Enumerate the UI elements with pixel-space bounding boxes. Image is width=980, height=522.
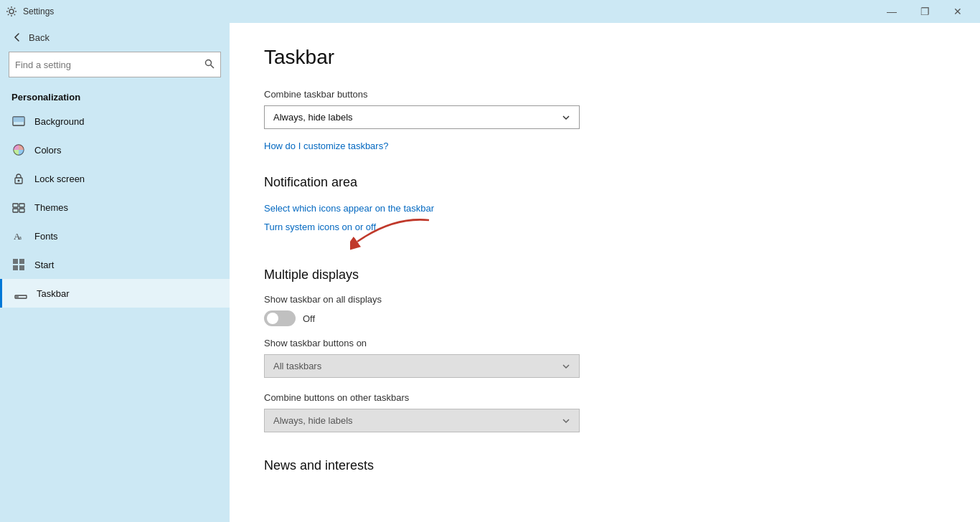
page-title: Taskbar bbox=[264, 46, 946, 69]
svg-rect-9 bbox=[19, 204, 24, 207]
combine-other-dropdown: Always, hide labels bbox=[264, 409, 580, 432]
select-icons-link[interactable]: Select which icons appear on the taskbar bbox=[264, 203, 434, 214]
svg-text:a: a bbox=[19, 234, 22, 241]
chevron-down-icon bbox=[562, 113, 570, 122]
background-icon bbox=[11, 114, 26, 128]
show-taskbar-buttons-value: All taskbars bbox=[273, 361, 321, 371]
sidebar-item-background[interactable]: Background bbox=[0, 107, 230, 136]
taskbar-label: Taskbar bbox=[37, 288, 70, 299]
svg-rect-19 bbox=[16, 296, 19, 298]
news-title: News and interests bbox=[264, 458, 946, 473]
back-icon bbox=[11, 32, 23, 43]
content-area: Taskbar Combine taskbar buttons Always, … bbox=[230, 23, 980, 522]
combine-other-value: Always, hide labels bbox=[273, 415, 353, 426]
svg-rect-17 bbox=[19, 265, 24, 270]
chevron-down-icon-2 bbox=[562, 362, 570, 371]
show-taskbar-toggle-row: Off bbox=[264, 310, 946, 326]
sidebar-item-colors[interactable]: Colors bbox=[0, 136, 230, 164]
svg-rect-4 bbox=[13, 117, 24, 122]
colors-icon bbox=[11, 143, 26, 157]
search-box bbox=[9, 52, 221, 77]
themes-icon bbox=[11, 200, 26, 214]
sidebar-item-themes[interactable]: Themes bbox=[0, 193, 230, 222]
background-label: Background bbox=[34, 116, 84, 127]
combine-value: Always, hide labels bbox=[273, 112, 353, 123]
lock-screen-label: Lock screen bbox=[34, 174, 85, 184]
colors-label: Colors bbox=[34, 145, 62, 156]
sidebar-item-start[interactable]: Start bbox=[0, 250, 230, 279]
sidebar-item-fonts[interactable]: A a Fonts bbox=[0, 222, 230, 250]
combine-label: Combine taskbar buttons bbox=[264, 89, 946, 100]
svg-point-0 bbox=[9, 9, 14, 14]
taskbar-icon bbox=[14, 286, 28, 300]
svg-rect-8 bbox=[13, 204, 18, 207]
toggle-knob bbox=[267, 313, 278, 324]
app-body: Back Personalization Background bbox=[0, 23, 980, 522]
start-label: Start bbox=[34, 260, 54, 270]
fonts-icon: A a bbox=[11, 229, 26, 243]
sidebar-item-lock-screen[interactable]: Lock screen bbox=[0, 164, 230, 193]
toggle-off-label: Off bbox=[303, 313, 315, 324]
settings-app-icon bbox=[6, 6, 17, 17]
sidebar: Back Personalization Background bbox=[0, 23, 230, 522]
combine-other-label: Combine buttons on other taskbars bbox=[264, 392, 946, 403]
back-label: Back bbox=[29, 32, 50, 43]
search-button[interactable] bbox=[199, 59, 220, 71]
svg-rect-15 bbox=[19, 259, 24, 264]
app-title: Settings bbox=[23, 6, 54, 16]
show-taskbar-toggle[interactable] bbox=[264, 310, 296, 326]
titlebar-left: Settings bbox=[6, 6, 54, 17]
search-icon bbox=[204, 59, 215, 69]
titlebar: Settings — ❐ ✕ bbox=[0, 0, 980, 23]
svg-rect-11 bbox=[19, 209, 24, 212]
window-controls: — ❐ ✕ bbox=[875, 0, 974, 23]
svg-rect-14 bbox=[13, 259, 18, 264]
back-button[interactable]: Back bbox=[0, 23, 230, 52]
lock-icon bbox=[11, 171, 26, 186]
start-icon bbox=[11, 257, 26, 272]
show-taskbar-buttons-dropdown: All taskbars bbox=[264, 354, 580, 378]
notification-area-title: Notification area bbox=[264, 175, 946, 190]
close-button[interactable]: ✕ bbox=[941, 0, 974, 23]
maximize-button[interactable]: ❐ bbox=[908, 0, 941, 23]
svg-rect-10 bbox=[13, 209, 18, 212]
multiple-displays-title: Multiple displays bbox=[264, 267, 946, 283]
combine-dropdown[interactable]: Always, hide labels bbox=[264, 105, 580, 129]
svg-line-2 bbox=[211, 65, 215, 68]
arrow-annotation bbox=[350, 213, 436, 256]
customize-taskbars-link[interactable]: How do I customize taskbars? bbox=[264, 141, 388, 151]
minimize-button[interactable]: — bbox=[875, 0, 908, 23]
fonts-label: Fonts bbox=[34, 231, 58, 242]
themes-label: Themes bbox=[34, 202, 68, 213]
svg-rect-16 bbox=[13, 265, 18, 270]
svg-point-7 bbox=[18, 180, 20, 182]
show-taskbar-buttons-label: Show taskbar buttons on bbox=[264, 338, 946, 348]
chevron-down-icon-3 bbox=[562, 417, 570, 425]
sidebar-item-taskbar[interactable]: Taskbar bbox=[0, 279, 230, 308]
personalization-label: Personalization bbox=[0, 83, 230, 107]
svg-point-1 bbox=[206, 60, 212, 65]
search-input[interactable] bbox=[9, 60, 199, 70]
show-taskbar-label: Show taskbar on all displays bbox=[264, 294, 946, 305]
